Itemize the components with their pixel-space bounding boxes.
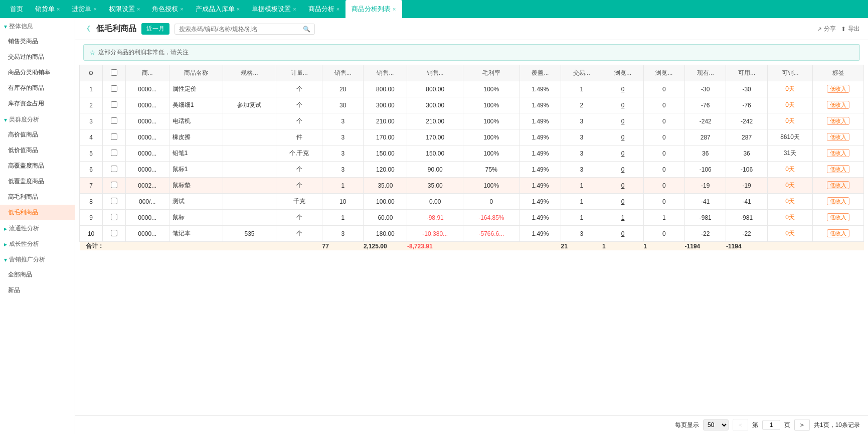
sidebar-item-category-rate[interactable]: 商品分类助销率 (0, 65, 75, 80)
col-sellable[interactable]: 可销... (767, 65, 813, 81)
sidebar-item-high-margin[interactable]: 高毛利商品 (0, 189, 75, 205)
sidebar-section-liquidity[interactable]: ▸ 流通性分析 (0, 220, 75, 236)
row-select-checkbox[interactable] (111, 198, 117, 204)
col-sales-profit[interactable]: 销售... (407, 65, 463, 81)
close-icon[interactable]: × (336, 6, 339, 12)
row-checkbox[interactable] (103, 178, 126, 194)
sidebar-section-marketing[interactable]: ▾ 营销推广分析 (0, 251, 75, 267)
col-unit[interactable]: 计量... (276, 65, 322, 81)
row-select-checkbox[interactable] (111, 150, 117, 156)
share-btn[interactable]: ↗ 分享 (817, 25, 836, 33)
row-select-checkbox[interactable] (111, 182, 117, 188)
row-browse1[interactable]: 0 (602, 81, 643, 97)
row-select-checkbox[interactable] (111, 85, 117, 92)
nav-role-auth[interactable]: 角色授权 × (146, 0, 189, 18)
col-tag[interactable]: 标签 (813, 65, 864, 81)
row-available: -106 (726, 162, 767, 178)
col-code[interactable]: 商... (125, 65, 169, 81)
col-browse2[interactable]: 浏览... (643, 65, 684, 81)
col-browse1[interactable]: 浏览... (602, 65, 643, 81)
col-spec[interactable]: 规格... (223, 65, 276, 81)
row-browse1[interactable]: 0 (602, 194, 643, 210)
sidebar-item-in-stock[interactable]: 有库存的商品 (0, 80, 75, 96)
sidebar-item-high-value[interactable]: 高价值商品 (0, 127, 75, 142)
row-browse1[interactable]: 0 (602, 226, 643, 242)
close-icon[interactable]: × (180, 6, 183, 12)
sidebar-item-low-margin[interactable]: 低毛利商品 (0, 205, 75, 220)
close-icon[interactable]: × (57, 6, 60, 12)
search-input[interactable] (179, 26, 303, 33)
sidebar-item-all-goods[interactable]: 全部商品 (0, 267, 75, 282)
col-current-stock[interactable]: 现有... (685, 65, 726, 81)
sidebar-item-sales-goods[interactable]: 销售类商品 (0, 34, 75, 49)
sidebar-item-high-coverage[interactable]: 高覆盖度商品 (0, 158, 75, 174)
filter-recent-month-btn[interactable]: 近一月 (141, 23, 169, 35)
row-select-checkbox[interactable] (111, 214, 117, 220)
row-select-checkbox[interactable] (111, 133, 117, 140)
row-sellable: 0天 (767, 178, 813, 194)
select-all-checkbox[interactable] (111, 69, 117, 76)
nav-template-settings[interactable]: 单据模板设置 × (246, 0, 302, 18)
sidebar-section-cluster[interactable]: ▾ 类群度分析 (0, 111, 75, 127)
export-btn[interactable]: ⬆ 导出 (841, 25, 860, 33)
col-cover-rate[interactable]: 覆盖... (519, 65, 561, 81)
row-browse1[interactable]: 1 (602, 210, 643, 226)
row-tag: 低收入 (813, 81, 864, 97)
sidebar-section-general[interactable]: ▾ 整体信息 (0, 18, 75, 34)
row-browse1[interactable]: 0 (602, 97, 643, 113)
col-name[interactable]: 商品名称 (169, 65, 223, 81)
close-icon[interactable]: × (93, 6, 96, 12)
col-sales-qty[interactable]: 销售... (322, 65, 364, 81)
nav-home[interactable]: 首页 (4, 0, 29, 18)
sidebar-item-low-value[interactable]: 低价值商品 (0, 142, 75, 158)
row-checkbox[interactable] (103, 81, 126, 97)
nav-product-analysis[interactable]: 商品分析 × (302, 0, 345, 18)
col-trade-count[interactable]: 交易... (561, 65, 602, 81)
next-page-btn[interactable]: ＞ (794, 419, 810, 431)
row-checkbox[interactable] (103, 97, 126, 113)
col-available[interactable]: 可用... (726, 65, 767, 81)
sidebar-section-growth[interactable]: ▸ 成长性分析 (0, 236, 75, 251)
page-number-input[interactable] (762, 420, 780, 430)
row-checkbox[interactable] (103, 113, 126, 129)
sidebar-item-capital[interactable]: 库存资金占用 (0, 96, 75, 111)
sidebar-item-low-coverage[interactable]: 低覆盖度商品 (0, 174, 75, 189)
row-checkbox[interactable] (103, 146, 126, 162)
row-select-checkbox[interactable] (111, 101, 117, 108)
col-settings[interactable]: ⚙ (80, 65, 103, 81)
close-icon[interactable]: × (237, 6, 240, 12)
row-browse1[interactable]: 0 (602, 178, 643, 194)
close-icon[interactable]: × (293, 6, 296, 12)
nav-product-entry[interactable]: 产成品入库单 × (190, 0, 246, 18)
row-checkbox[interactable] (103, 194, 126, 210)
nav-permissions[interactable]: 权限设置 × (103, 0, 146, 18)
row-browse1[interactable]: 0 (602, 162, 643, 178)
row-select-checkbox[interactable] (111, 230, 117, 236)
per-page-select[interactable]: 50 100 200 (703, 419, 729, 430)
row-checkbox[interactable] (103, 129, 126, 146)
collapse-sidebar-btn[interactable]: 《 (83, 25, 90, 34)
row-sellable: 0天 (767, 162, 813, 178)
row-select-checkbox[interactable] (111, 166, 117, 172)
total-sellable (767, 242, 813, 251)
close-icon[interactable]: × (393, 6, 396, 12)
row-select-checkbox[interactable] (111, 117, 117, 124)
col-gross-rate[interactable]: 毛利率 (463, 65, 520, 81)
search-icon[interactable]: 🔍 (303, 26, 310, 33)
sidebar-item-traded-goods[interactable]: 交易过的商品 (0, 49, 75, 65)
row-checkbox[interactable] (103, 210, 126, 226)
sidebar-item-new-goods[interactable]: 新品 (0, 282, 75, 298)
prev-page-btn[interactable]: ＜ (733, 419, 748, 431)
col-checkbox[interactable] (103, 65, 126, 81)
nav-purchase[interactable]: 进货单 × (66, 0, 102, 18)
row-browse1[interactable]: 0 (602, 129, 643, 146)
row-browse1[interactable]: 0 (602, 113, 643, 129)
nav-product-analysis-list[interactable]: 商品分析列表 × (345, 0, 402, 18)
row-checkbox[interactable] (103, 162, 126, 178)
close-icon[interactable]: × (137, 6, 140, 12)
col-sales-price[interactable]: 销售... (364, 65, 407, 81)
nav-sales[interactable]: 销货单 × (29, 0, 66, 18)
row-checkbox[interactable] (103, 226, 126, 242)
row-browse1[interactable]: 0 (602, 146, 643, 162)
row-sales-price: 150.00 (364, 146, 407, 162)
